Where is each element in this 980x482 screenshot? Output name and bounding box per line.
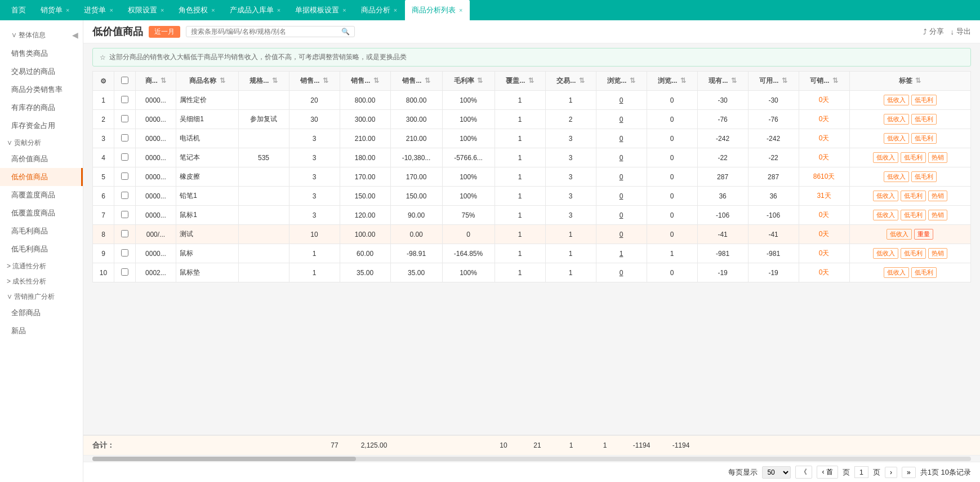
- browse-link[interactable]: 0: [620, 96, 623, 104]
- col-stock3[interactable]: 可销... ⇅: [799, 72, 849, 91]
- col-s1[interactable]: 销售... ⇅: [289, 72, 340, 91]
- row-browse1[interactable]: 0: [596, 225, 647, 244]
- row-checkbox[interactable]: [114, 263, 136, 282]
- col-s3[interactable]: 销售... ⇅: [390, 72, 442, 91]
- browse-link[interactable]: 0: [620, 173, 623, 181]
- browse-link[interactable]: 1: [620, 250, 623, 258]
- col-browse2[interactable]: 浏览... ⇅: [647, 72, 697, 91]
- sidebar-group-growth[interactable]: > 成长性分析: [0, 273, 83, 289]
- nav-sales[interactable]: 销货单 ×: [34, 0, 76, 20]
- row-select-checkbox[interactable]: [121, 96, 128, 103]
- sidebar-group-circulation[interactable]: > 流通性分析: [0, 258, 83, 273]
- row-browse1[interactable]: 0: [596, 148, 647, 167]
- browse-link[interactable]: 0: [620, 211, 623, 219]
- col-s2[interactable]: 销售... ⇅: [340, 72, 390, 91]
- prev-page-btn[interactable]: ‹ 首: [817, 466, 838, 479]
- row-browse1[interactable]: 0: [596, 187, 647, 206]
- sidebar-item-category-sales-rate[interactable]: 商品分类销售率: [0, 81, 83, 99]
- sidebar-item-all-products[interactable]: 全部商品: [0, 304, 83, 322]
- close-icon[interactable]: ×: [277, 7, 280, 14]
- sidebar-item-sales-products[interactable]: 销售类商品: [0, 45, 83, 63]
- row-select-checkbox[interactable]: [121, 268, 128, 276]
- row-select-checkbox[interactable]: [121, 173, 128, 180]
- last-page-btn[interactable]: »: [902, 467, 916, 478]
- col-margin[interactable]: 毛利率 ⇅: [442, 72, 495, 91]
- browse-link[interactable]: 0: [620, 116, 623, 123]
- close-icon[interactable]: ×: [211, 7, 215, 14]
- row-select-checkbox[interactable]: [121, 153, 128, 161]
- sidebar-item-new-products[interactable]: 新品: [0, 322, 83, 340]
- row-select-checkbox[interactable]: [121, 115, 128, 122]
- search-icon[interactable]: 🔍: [341, 28, 350, 36]
- table-container[interactable]: ⚙ 商... ⇅ 商品名称 ⇅ 规格... ⇅ 销售... ⇅ 销售... ⇅ …: [83, 71, 980, 435]
- row-browse1[interactable]: 0: [596, 129, 647, 148]
- search-input[interactable]: [191, 28, 339, 36]
- row-checkbox[interactable]: [114, 167, 136, 187]
- sidebar-item-traded-products[interactable]: 交易过的商品: [0, 63, 83, 81]
- browse-link[interactable]: 0: [620, 154, 623, 162]
- row-select-checkbox[interactable]: [121, 134, 128, 141]
- col-tags[interactable]: 标签 ⇅: [849, 72, 970, 91]
- time-filter-btn[interactable]: 近一月: [149, 26, 180, 38]
- share-btn[interactable]: ⤴ 分享: [923, 26, 944, 37]
- close-icon[interactable]: ×: [66, 7, 69, 14]
- row-browse1[interactable]: 0: [596, 206, 647, 225]
- horizontal-scrollbar[interactable]: [83, 455, 980, 462]
- col-name[interactable]: 商品名称 ⇅: [176, 72, 238, 91]
- select-all-checkbox[interactable]: [121, 77, 128, 84]
- sidebar-item-high-margin[interactable]: 高毛利商品: [0, 222, 83, 240]
- nav-template[interactable]: 单据模板设置 ×: [288, 0, 353, 20]
- first-page-btn[interactable]: 《: [795, 466, 812, 479]
- sidebar-item-inventory-funds[interactable]: 库存资金占用: [0, 117, 83, 135]
- row-checkbox[interactable]: [114, 187, 136, 206]
- col-stock1[interactable]: 现有... ⇅: [697, 72, 748, 91]
- close-icon[interactable]: ×: [161, 7, 164, 14]
- sidebar-item-low-margin[interactable]: 低毛利商品: [0, 240, 83, 258]
- row-checkbox[interactable]: [114, 110, 136, 129]
- sidebar-item-in-stock[interactable]: 有库存的商品: [0, 99, 83, 117]
- row-select-checkbox[interactable]: [121, 249, 128, 257]
- col-coverage[interactable]: 覆盖... ⇅: [495, 72, 545, 91]
- row-browse1[interactable]: 0: [596, 167, 647, 187]
- row-checkbox[interactable]: [114, 244, 136, 263]
- row-browse1[interactable]: 1: [596, 244, 647, 263]
- row-checkbox[interactable]: [114, 91, 136, 110]
- browse-link[interactable]: 0: [620, 269, 623, 277]
- sidebar-item-low-value[interactable]: 低价值商品: [0, 168, 83, 186]
- row-select-checkbox[interactable]: [121, 230, 128, 237]
- row-browse1[interactable]: 0: [596, 263, 647, 282]
- close-icon[interactable]: ×: [394, 7, 397, 14]
- row-checkbox[interactable]: [114, 206, 136, 225]
- col-checkbox[interactable]: [114, 72, 136, 91]
- col-code[interactable]: 商... ⇅: [135, 72, 176, 91]
- col-browse1[interactable]: 浏览... ⇅: [596, 72, 647, 91]
- col-spec[interactable]: 规格... ⇅: [238, 72, 289, 91]
- sidebar-item-low-coverage[interactable]: 低覆盖度商品: [0, 204, 83, 222]
- sidebar-item-high-coverage[interactable]: 高覆盖度商品: [0, 186, 83, 204]
- sidebar-item-high-value[interactable]: 高价值商品: [0, 150, 83, 168]
- nav-product-analysis[interactable]: 商品分析 ×: [354, 0, 404, 20]
- close-icon[interactable]: ×: [459, 7, 462, 14]
- export-btn[interactable]: ↓ 导出: [951, 26, 972, 37]
- nav-product-analysis-list[interactable]: 商品分析列表 ×: [405, 0, 469, 20]
- close-icon[interactable]: ×: [342, 7, 346, 14]
- row-select-checkbox[interactable]: [121, 192, 128, 199]
- nav-permissions[interactable]: 权限设置 ×: [121, 0, 171, 20]
- col-trade[interactable]: 交易... ⇅: [545, 72, 596, 91]
- sidebar-collapse-btn[interactable]: ◀: [72, 30, 78, 39]
- row-checkbox[interactable]: [114, 225, 136, 244]
- nav-purchase[interactable]: 进货单 ×: [77, 0, 119, 20]
- nav-roles[interactable]: 角色授权 ×: [172, 0, 221, 20]
- row-browse1[interactable]: 0: [596, 110, 647, 129]
- row-browse1[interactable]: 0: [596, 91, 647, 110]
- nav-product-entry[interactable]: 产成品入库单 ×: [223, 0, 287, 20]
- close-icon[interactable]: ×: [109, 7, 113, 14]
- row-checkbox[interactable]: [114, 129, 136, 148]
- browse-link[interactable]: 0: [620, 135, 623, 143]
- browse-link[interactable]: 0: [620, 231, 623, 238]
- next-page-btn[interactable]: ›: [885, 467, 897, 478]
- browse-link[interactable]: 0: [620, 192, 623, 200]
- col-settings[interactable]: ⚙: [93, 72, 114, 91]
- per-page-select[interactable]: 50 100 200: [762, 466, 791, 479]
- row-checkbox[interactable]: [114, 148, 136, 167]
